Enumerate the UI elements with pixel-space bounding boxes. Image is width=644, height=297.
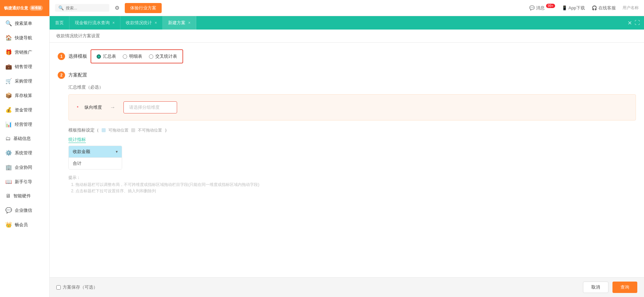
cancel-button[interactable]: 取消	[583, 282, 608, 293]
tab-bar-right: ✕ ⛶	[624, 16, 644, 30]
metrics-config-close-paren: ）	[165, 127, 169, 133]
download-icon: 📱	[562, 5, 567, 10]
save-checkbox-label: 方案保存（可选）	[63, 284, 98, 290]
vertical-dim-select[interactable]: 请选择分组维度	[123, 101, 177, 113]
username-display: 用户名称	[623, 5, 639, 11]
metrics-table: 收款金额 ▾ 合计	[68, 146, 122, 169]
service-icon: 🎧	[592, 5, 597, 10]
search-icon: 🔍	[5, 20, 12, 27]
basicinfo-icon: 🗂	[5, 136, 11, 142]
app-download-label: App下载	[569, 5, 585, 11]
trial-industry-button[interactable]: 体验行业方案	[125, 3, 162, 13]
step1-header: 1 选择模板 汇总表 明细表 交叉统计表	[58, 49, 636, 63]
tab-bar: 首页 现金银行流水查询 × 收款情况统计 × 新建方案 × ✕ ⛶	[50, 16, 644, 30]
quicknav-icon: 🏠	[5, 35, 12, 41]
sidebar-item-member[interactable]: 👑 畅会员	[0, 217, 49, 232]
tab-collection[interactable]: 收款情况统计 ×	[120, 16, 163, 30]
bottom-actions: 取消 查询	[583, 282, 637, 293]
bottom-bar: 方案保存（可选） 取消 查询	[50, 277, 644, 297]
sidebar-label-sales: 销售管理	[15, 64, 32, 70]
sales-icon: 💼	[5, 63, 12, 70]
sidebar-label-corp: 企业协同	[15, 164, 32, 170]
notification-button[interactable]: 💬 消息 99+	[529, 5, 555, 11]
hint-area: 提示： 1. 拖动标题栏可以调整布局，不可跨维度或指标区域拖动栏目字段(只能在同…	[68, 175, 636, 194]
hint-title: 提示：	[68, 175, 636, 181]
sidebar-label-basicinfo: 基础信息	[13, 136, 31, 142]
metrics-section: 模板指标设定（ 可拖动位置 不可拖动位置 ） 统计指标 收	[68, 127, 636, 169]
finance-icon: 💰	[5, 107, 12, 113]
statistics-metrics-label: 统计指标	[68, 137, 86, 142]
sidebar-item-wechat[interactable]: 💬 企业微信	[0, 203, 49, 217]
sidebar-item-guide[interactable]: 📖 新手引导	[0, 175, 49, 189]
tab-bank[interactable]: 现金银行流水查询 ×	[69, 16, 120, 30]
tab-new-plan-close[interactable]: ×	[188, 20, 191, 25]
metrics-config-label: 模板指标设定（	[68, 127, 99, 133]
member-icon: 👑	[5, 221, 12, 228]
sidebar-item-corp[interactable]: 🏢 企业协同	[0, 160, 49, 175]
draggable-label: 可拖动位置	[108, 128, 128, 133]
wechat-icon: 💬	[5, 207, 12, 213]
sidebar-item-marketing[interactable]: 🎁 营销推广	[0, 45, 49, 59]
sidebar-item-hardware[interactable]: 🖥 智能硬件	[0, 189, 49, 203]
radio-detail-input[interactable]	[123, 54, 127, 59]
sidebar-item-sysadmin[interactable]: ⚙️ 系统管理	[0, 146, 49, 160]
breadcrumb: 收款情况统计方案设置	[50, 30, 644, 43]
sidebar-item-purchase[interactable]: 🛒 采购管理	[0, 74, 49, 88]
sidebar-item-basicinfo[interactable]: 🗂 基础信息	[0, 132, 49, 146]
sidebar-label-member: 畅会员	[15, 222, 28, 228]
sidebar-item-quicknav[interactable]: 🏠 快捷导航	[0, 31, 49, 45]
sidebar-label-inventory: 库存核算	[15, 93, 32, 99]
form-area: 1 选择模板 汇总表 明细表 交叉统计表	[50, 43, 644, 277]
sidebar-label-purchase: 采购管理	[15, 78, 32, 84]
template-radio-group: 汇总表 明细表 交叉统计表	[91, 49, 183, 63]
breadcrumb-text: 收款情况统计方案设置	[56, 33, 100, 38]
step2-section: 2 方案配置 汇总维度（必选） * 纵向维度 → 请选择分组维度	[58, 71, 636, 194]
metrics-col-dropdown-icon[interactable]: ▾	[116, 149, 118, 154]
notification-label: 消息	[536, 5, 545, 11]
app-download-button[interactable]: 📱 App下载	[562, 5, 585, 11]
save-checkbox[interactable]	[56, 285, 61, 290]
step2-title: 方案配置	[68, 72, 87, 78]
online-service-button[interactable]: 🎧 在线客服	[592, 5, 616, 11]
radio-cross-input[interactable]	[149, 54, 153, 59]
sidebar-item-inventory[interactable]: 📦 库存核算	[0, 88, 49, 103]
radio-cross-label: 交叉统计表	[155, 53, 177, 59]
hint-item-2: 2. 点击标题栏下拉可设置排序、插入列和删除列	[68, 188, 636, 194]
query-button[interactable]: 查询	[612, 282, 637, 293]
sidebar-label-operation: 经营管理	[15, 121, 32, 128]
tab-new-plan[interactable]: 新建方案 ×	[163, 16, 196, 30]
step2-header: 2 方案配置	[58, 71, 636, 79]
tab-close-all-icon[interactable]: ✕	[628, 20, 632, 26]
tab-home[interactable]: 首页	[50, 16, 69, 30]
marketing-icon: 🎁	[5, 49, 12, 55]
settings-icon[interactable]: ⚙	[115, 5, 119, 11]
radio-detail[interactable]: 明细表	[123, 53, 142, 59]
header-search-box[interactable]: 🔍	[55, 4, 109, 12]
hardware-icon: 🖥	[5, 193, 11, 199]
arrow-icon: →	[110, 104, 115, 110]
top-header: 🔍 ⚙ 体验行业方案 💬 消息 99+ 📱 App下载 🎧 在线客服 用户名称	[50, 0, 644, 16]
tab-collection-label: 收款情况统计	[126, 20, 152, 26]
sidebar-item-finance[interactable]: 💰 资金管理	[0, 103, 49, 117]
step1-title: 选择模板	[68, 53, 87, 59]
notification-icon: 💬	[529, 5, 535, 10]
tab-collection-close[interactable]: ×	[155, 20, 157, 25]
sidebar-label-finance: 资金管理	[15, 107, 32, 113]
tab-bank-close[interactable]: ×	[112, 20, 115, 25]
inventory-icon: 📦	[5, 92, 12, 99]
sidebar-item-search[interactable]: 🔍 搜索菜单	[0, 16, 49, 31]
step2-num: 2	[58, 71, 65, 79]
sidebar-item-sales[interactable]: 💼 销售管理	[0, 59, 49, 74]
logo-text: 畅捷通好生意	[4, 5, 28, 11]
radio-summary[interactable]: 汇总表	[97, 53, 116, 59]
radio-summary-input[interactable]	[97, 54, 101, 59]
radio-detail-label: 明细表	[129, 53, 142, 59]
radio-cross[interactable]: 交叉统计表	[149, 53, 177, 59]
notification-badge: 99+	[546, 4, 555, 8]
sidebar-item-operation[interactable]: 📊 经营管理	[0, 117, 49, 132]
metrics-col-data-row: 合计	[69, 157, 122, 169]
tab-maximize-icon[interactable]: ⛶	[635, 20, 640, 26]
sidebar-label-marketing: 营销推广	[15, 49, 32, 55]
dimension-section-label: 汇总维度（必选）	[68, 84, 636, 90]
search-header-input[interactable]	[66, 6, 106, 10]
